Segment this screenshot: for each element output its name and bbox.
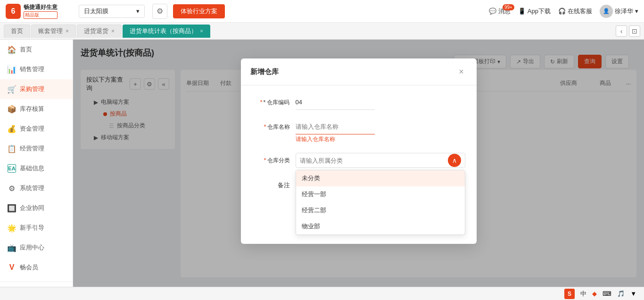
app-logo: 6 [6,4,21,19]
logo-area: 6 畅捷通好生意 精品版 [6,3,79,19]
modal-close-button[interactable]: × [456,66,467,77]
category-toggle-button[interactable]: ∧ [448,154,461,167]
tab-controls: ‹ ⊡ [616,25,640,37]
vip-icon: V [8,263,16,272]
avatar: 👤 [600,5,613,18]
enterprise-icon: 🔲 [8,204,16,212]
tab-account[interactable]: 账套管理 × [31,25,76,38]
sidebar: 🏠 首页 📊 销售管理 🛒 采购管理 📦 库存核算 💰 资金管理 📋 经营管理 … [0,40,73,300]
tab-close-account[interactable]: × [66,28,69,34]
warehouse-name-input[interactable] [296,119,375,134]
header-center: ⚙ 体验行业方案 [145,4,489,19]
notification-button[interactable]: 💬 消息 99+ [489,7,511,16]
tab-purchase-stats[interactable]: 进货单统计表（按商品） × [123,25,210,38]
sidebar-item-vip[interactable]: V 畅会员 [0,258,73,277]
sidebar-item-operations[interactable]: 📋 经营管理 [0,139,73,158]
tab-next-button[interactable]: ⊡ [629,25,640,37]
notes-label: 备注 [252,177,290,190]
sidebar-item-home[interactable]: 🏠 首页 [0,40,73,59]
sidebar-item-guide[interactable]: 🌟 新手引导 [0,218,73,238]
warehouse-category-label: *仓库分类 [252,153,290,165]
modal-body: ** 仓库编码 *仓库名称 请输入仓库名称 [241,85,477,213]
tab-home[interactable]: 首页 [4,25,30,38]
warehouse-name-label: *仓库名称 [252,119,290,131]
dropdown-item-dept2[interactable]: 经营二部 [296,202,465,218]
modal-header: 新增仓库 × [241,58,477,85]
warehouse-name-error: 请输入仓库名称 [296,135,465,143]
purchase-icon: 🛒 [8,85,16,93]
category-input[interactable] [300,157,448,164]
dot-indicator: ◆ [592,290,597,297]
add-warehouse-modal: 新增仓库 × ** 仓库编码 [241,58,477,244]
warehouse-category-field: ∧ 未分类 经营一部 经营二部 物业部 [296,153,465,168]
inventory-icon: 📦 [8,105,16,113]
main-layout: 🏠 首页 📊 销售管理 🛒 采购管理 📦 库存核算 💰 资金管理 📋 经营管理 … [0,40,644,300]
warehouse-code-field [296,95,465,110]
trial-button[interactable]: 体验行业方案 [173,4,225,18]
sogou-icon: S [564,289,575,299]
dropdown-item-unclassified[interactable]: 未分类 [296,170,465,186]
category-dropdown: 未分类 经营一部 经营二部 物业部 [296,170,465,235]
tab-close-stats[interactable]: × [200,28,203,34]
operations-icon: 📋 [8,144,16,153]
sidebar-item-purchase[interactable]: 🛒 采购管理 [0,79,73,99]
app-center-icon: 📺 [8,243,16,252]
status-bar: S 中 ◆ ⌨ 🎵 ▼ [0,287,644,300]
modal-overlay: 新增仓库 × ** 仓库编码 [73,40,644,300]
finance-icon: 💰 [8,125,16,133]
sidebar-item-inventory[interactable]: 📦 库存核算 [0,99,73,119]
keyboard-icon: ⌨ [603,290,611,297]
home-icon: 🏠 [8,45,16,54]
sidebar-item-system[interactable]: ⚙ 系统管理 [0,178,73,198]
tab-purchase-return[interactable]: 进货退货 × [77,25,122,38]
warehouse-code-label: ** 仓库编码 [252,95,290,107]
more-icon: ▼ [630,290,636,297]
headset-icon: 🎧 [558,8,566,15]
dropdown-item-dept3[interactable]: 物业部 [296,218,465,234]
sales-icon: 📊 [8,65,16,74]
top-header: 6 畅捷通好生意 精品版 日太阳膜 ▾ ⚙ 体验行业方案 💬 消息 99+ 📱 … [0,0,644,23]
sidebar-item-enterprise[interactable]: 🔲 企业协同 [0,198,73,218]
sidebar-item-app-center[interactable]: 📺 应用中心 [0,238,73,258]
content-area: 进货单统计(按商品) 🖨 按模板打印 ▾ ↗ 导出 ↻ 刷新 [73,40,644,300]
message-icon: 💬 [489,8,496,15]
sidebar-item-sales[interactable]: 📊 销售管理 [0,59,73,79]
settings-button[interactable]: ⚙ [152,4,167,19]
music-icon: 🎵 [617,290,625,297]
tab-close-return[interactable]: × [111,28,115,34]
category-input-wrap: ∧ [296,153,465,168]
tab-prev-button[interactable]: ‹ [616,25,627,37]
warehouse-code-row: ** 仓库编码 [252,95,465,110]
warehouse-code-input[interactable] [296,95,375,110]
chevron-down-icon: ▾ [136,8,140,15]
gear-icon: ⚙ [157,7,163,16]
dropdown-item-dept1[interactable]: 经营一部 [296,186,465,202]
guide-icon: 🌟 [8,224,16,232]
tab-bar: 首页 账套管理 × 进货退货 × 进货单统计表（按商品） × ‹ ⊡ [0,23,644,40]
chevron-down-icon: ▾ [635,8,638,15]
user-icon: 👤 [603,8,610,14]
logo-text: 畅捷通好生意 精品版 [24,3,58,19]
app-download-button[interactable]: 📱 App下载 [518,7,551,16]
sidebar-item-finance[interactable]: 💰 资金管理 [0,119,73,139]
warehouse-name-row: *仓库名称 请输入仓库名称 [252,119,465,143]
basic-info-icon: EA [8,164,16,173]
sidebar-item-basic-info[interactable]: EA 基础信息 [0,158,73,178]
chinese-mode-indicator: 中 [580,290,586,298]
header-right: 💬 消息 99+ 📱 App下载 🎧 在线客服 👤 徐泽华 ▾ [489,5,638,18]
user-menu[interactable]: 👤 徐泽华 ▾ [600,5,638,18]
store-selector[interactable]: 日太阳膜 ▾ [79,5,145,18]
mobile-icon: 📱 [518,8,526,15]
warehouse-name-field: 请输入仓库名称 [296,119,465,143]
modal-title: 新增仓库 [250,67,279,76]
system-icon: ⚙ [8,184,16,192]
online-service-button[interactable]: 🎧 在线客服 [558,7,592,16]
warehouse-category-row: *仓库分类 ∧ 未分类 经营一部 经营二部 [252,153,465,168]
